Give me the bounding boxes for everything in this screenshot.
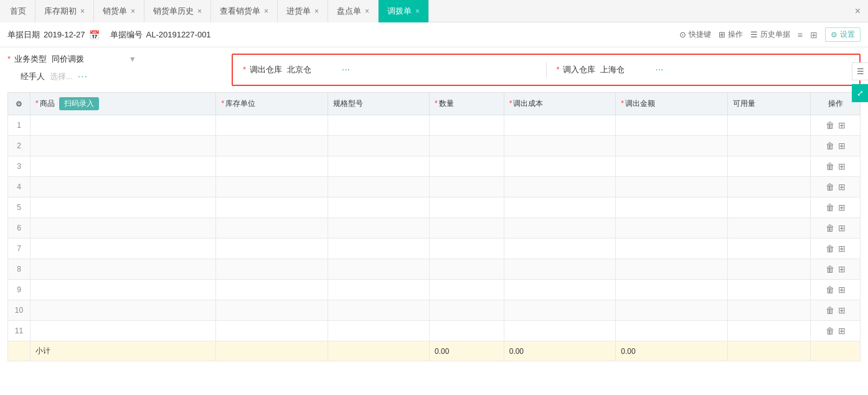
- toolbar-row: 单据日期 2019-12-27 📅 单据编号 AL-20191227-001 ⊙…: [0, 22, 868, 47]
- table-row: 6 🗑 ⊞: [8, 218, 861, 239]
- product-cell[interactable]: [31, 280, 216, 300]
- copy-icon[interactable]: ⊞: [838, 161, 846, 171]
- list-icon[interactable]: ≡: [798, 30, 803, 40]
- operation-icon: ⊞: [719, 30, 725, 39]
- in-warehouse-field: * 调入仓库 上海仓 ···: [557, 64, 850, 75]
- operation-btn[interactable]: ⊞ 操作: [719, 29, 743, 40]
- tab-transfer[interactable]: 调拨单 ×: [379, 0, 429, 22]
- tab-close-stocktake[interactable]: ×: [365, 7, 369, 16]
- product-cell[interactable]: [31, 136, 216, 156]
- tab-close-transfer[interactable]: ×: [415, 7, 420, 16]
- delete-icon[interactable]: 🗑: [826, 264, 834, 274]
- th-settings[interactable]: ⚙: [8, 93, 31, 115]
- copy-icon[interactable]: ⊞: [838, 223, 846, 233]
- copy-icon[interactable]: ⊞: [838, 305, 846, 315]
- date-field: 单据日期 2019-12-27 📅: [7, 29, 100, 40]
- tab-sales-history[interactable]: 销货单历史 ×: [144, 0, 211, 22]
- table-row: 8 🗑 ⊞: [8, 259, 861, 280]
- delete-icon[interactable]: 🗑: [826, 223, 834, 233]
- product-cell[interactable]: [31, 156, 216, 177]
- tab-view-sales[interactable]: 查看销货单 ×: [211, 0, 278, 22]
- product-cell[interactable]: [31, 198, 216, 218]
- delete-icon[interactable]: 🗑: [826, 120, 834, 130]
- copy-icon[interactable]: ⊞: [838, 141, 846, 151]
- tab-stocktake[interactable]: 盘点单 ×: [328, 0, 379, 22]
- chevron-down-icon: ▼: [129, 55, 136, 64]
- business-type-select[interactable]: 同价调拨 ▼: [52, 54, 136, 65]
- product-cell[interactable]: [31, 177, 216, 198]
- right-panel-expand-btn[interactable]: ⤢: [852, 84, 868, 102]
- right-panel-list-btn[interactable]: ☰: [852, 62, 868, 80]
- copy-icon[interactable]: ⊞: [838, 264, 846, 274]
- tab-bar-close-btn[interactable]: ×: [855, 6, 868, 17]
- tab-sales-order[interactable]: 销货单 ×: [94, 0, 144, 22]
- footer-label: 小计: [31, 341, 216, 361]
- copy-icon[interactable]: ⊞: [838, 202, 846, 212]
- tab-purchase-order[interactable]: 进货单 ×: [278, 0, 328, 22]
- scan-barcode-btn[interactable]: 扫码录入: [59, 97, 99, 110]
- tab-close-sales-order[interactable]: ×: [131, 7, 135, 16]
- row-num: 8: [8, 259, 31, 280]
- row-num: 6: [8, 218, 31, 239]
- th-product: *商品 扫码录入: [31, 93, 216, 115]
- th-available: 可用量: [728, 93, 811, 115]
- delete-icon[interactable]: 🗑: [826, 182, 834, 192]
- table-row: 7 🗑 ⊞: [8, 239, 861, 259]
- table-row: 4 🗑 ⊞: [8, 177, 861, 198]
- doc-value: AL-20191227-001: [146, 30, 211, 39]
- th-cost: *调出成本: [504, 93, 616, 115]
- row-num: 1: [8, 115, 31, 136]
- delete-icon[interactable]: 🗑: [826, 202, 834, 212]
- footer-amount: 0.00: [616, 341, 728, 361]
- person-select[interactable]: 选择...: [50, 71, 73, 82]
- product-cell[interactable]: [31, 218, 216, 239]
- table-row: 3 🗑 ⊞: [8, 156, 861, 177]
- delete-icon[interactable]: 🗑: [826, 305, 834, 315]
- out-warehouse-field: * 调出仓库 北京仓 ···: [243, 64, 536, 75]
- copy-icon[interactable]: ⊞: [838, 285, 846, 295]
- shortcut-btn[interactable]: ⊙ 快捷键: [679, 29, 711, 40]
- product-cell[interactable]: [31, 115, 216, 136]
- setting-icon: ⚙: [831, 31, 837, 39]
- out-warehouse-more-icon[interactable]: ···: [342, 64, 350, 75]
- history-btn[interactable]: ☰ 历史单据: [750, 29, 790, 40]
- person-more-icon[interactable]: ···: [78, 71, 88, 82]
- th-qty: *数量: [430, 93, 504, 115]
- table-row: 11 🗑 ⊞: [8, 321, 861, 341]
- product-cell[interactable]: [31, 300, 216, 321]
- tab-close-inventory-init[interactable]: ×: [80, 7, 85, 16]
- copy-icon[interactable]: ⊞: [838, 326, 846, 336]
- delete-icon[interactable]: 🗑: [826, 326, 834, 336]
- setting-btn[interactable]: ⚙ 设置: [825, 27, 861, 42]
- product-cell[interactable]: [31, 321, 216, 341]
- delete-icon[interactable]: 🗑: [826, 244, 834, 254]
- tab-inventory-init[interactable]: 库存期初 ×: [35, 0, 94, 22]
- grid-icon[interactable]: ⊞: [810, 30, 818, 40]
- warehouse-divider: [546, 62, 547, 77]
- delete-icon[interactable]: 🗑: [826, 285, 834, 295]
- table-row: 1 🗑 ⊞: [8, 115, 861, 136]
- toolbar-grid: ⊞: [810, 30, 818, 40]
- th-unit: *库存单位: [216, 93, 328, 115]
- tab-home[interactable]: 首页: [0, 0, 35, 22]
- delete-icon[interactable]: 🗑: [826, 161, 834, 171]
- form-section: * 业务类型 同价调拨 ▼ 经手人 选择... ··· * 调出仓库: [0, 47, 868, 92]
- calendar-icon[interactable]: 📅: [89, 29, 100, 40]
- delete-icon[interactable]: 🗑: [826, 141, 834, 151]
- table-row: 9 🗑 ⊞: [8, 280, 861, 300]
- copy-icon[interactable]: ⊞: [838, 244, 846, 254]
- tab-close-purchase-order[interactable]: ×: [314, 7, 319, 16]
- tab-close-sales-history[interactable]: ×: [197, 7, 202, 16]
- product-cell[interactable]: [31, 259, 216, 280]
- person-field: 经手人 选择... ···: [7, 71, 219, 82]
- warehouse-box: * 调出仓库 北京仓 ··· * 调入仓库 上海仓 ···: [232, 54, 861, 86]
- product-cell[interactable]: [31, 239, 216, 259]
- copy-icon[interactable]: ⊞: [838, 120, 846, 130]
- tab-close-view-sales[interactable]: ×: [264, 7, 268, 16]
- row-num: 2: [8, 136, 31, 156]
- form-left: * 业务类型 同价调拨 ▼ 经手人 选择... ···: [7, 54, 219, 82]
- in-warehouse-more-icon[interactable]: ···: [655, 64, 663, 75]
- copy-icon[interactable]: ⊞: [838, 182, 846, 192]
- business-type-field: * 业务类型 同价调拨 ▼: [7, 54, 219, 65]
- row-num: 9: [8, 280, 31, 300]
